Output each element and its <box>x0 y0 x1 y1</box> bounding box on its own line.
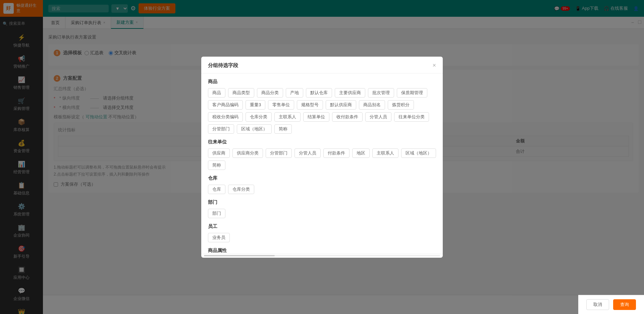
field-selection-modal: 分组待选字段 × 商品商品商品类型商品分类产地默认仓库主要供应商批次管理保质期管… <box>201 57 443 258</box>
group-title-department: 部门 <box>208 199 436 205</box>
group-title-product-attributes: 商品属性 <box>208 248 436 254</box>
field-tag-默认仓库[interactable]: 默认仓库 <box>306 88 332 98</box>
group-title-employee: 员工 <box>208 224 436 230</box>
field-tag-税收分类编码[interactable]: 税收分类编码 <box>208 112 243 122</box>
field-tags-warehouse: 仓库仓库分类 <box>208 185 436 194</box>
field-tag-商品[interactable]: 商品 <box>208 88 225 98</box>
field-tag-主联系人[interactable]: 主联系人 <box>274 112 301 122</box>
field-tags-partners: 供应商供应商分类分管部门分管人员付款条件地区主联系人区域（地区）简称 <box>208 148 436 170</box>
field-tag-保质期管理[interactable]: 保质期管理 <box>397 88 427 98</box>
field-tags-employee: 业务员 <box>208 233 436 242</box>
field-tag-结算单位[interactable]: 结算单位 <box>303 112 329 122</box>
field-tag-主联系人[interactable]: 主联系人 <box>372 148 398 158</box>
field-tag-零售单位[interactable]: 零售单位 <box>268 100 294 110</box>
field-tag-部门[interactable]: 部门 <box>208 209 225 218</box>
field-tag-默认供应商[interactable]: 默认供应商 <box>326 100 356 110</box>
field-tag-业务员[interactable]: 业务员 <box>208 233 230 242</box>
field-tag-供应商分类[interactable]: 供应商分类 <box>232 148 263 158</box>
field-tag-主要供应商[interactable]: 主要供应商 <box>335 88 365 98</box>
field-tag-重量3[interactable]: 重量3 <box>246 100 265 110</box>
field-tag-区域（地区）[interactable]: 区域（地区） <box>401 148 436 158</box>
field-tag-往来单位分类[interactable]: 往来单位分类 <box>394 112 429 122</box>
group-title-goods: 商品 <box>208 79 436 85</box>
field-tags-department: 部门 <box>208 209 436 218</box>
field-tag-商品别名[interactable]: 商品别名 <box>359 100 385 110</box>
field-tag-区域（地区）[interactable]: 区域（地区） <box>237 124 272 134</box>
modal-header: 分组待选字段 × <box>201 57 443 73</box>
field-tag-简称[interactable]: 简称 <box>208 161 225 170</box>
modal-close-btn[interactable]: × <box>432 62 436 69</box>
field-tag-炼货积分[interactable]: 炼货积分 <box>388 100 414 110</box>
field-tag-地区[interactable]: 地区 <box>352 148 370 158</box>
field-tag-收付款条件[interactable]: 收付款条件 <box>332 112 363 122</box>
field-tag-商品分类[interactable]: 商品分类 <box>257 88 283 98</box>
field-tag-分管部门[interactable]: 分管部门 <box>266 148 292 158</box>
bottom-action-bar: 取消 查询 <box>578 295 644 314</box>
field-tag-供应商[interactable]: 供应商 <box>208 148 230 158</box>
field-tag-仓库[interactable]: 仓库 <box>208 185 225 194</box>
field-tag-分管人员[interactable]: 分管人员 <box>294 148 321 158</box>
modal-title: 分组待选字段 <box>208 62 238 69</box>
field-tag-分管人员[interactable]: 分管人员 <box>365 112 391 122</box>
bottom-confirm-btn[interactable]: 查询 <box>613 299 636 310</box>
group-title-partners: 往来单位 <box>208 139 436 145</box>
field-tags-goods: 商品商品类型商品分类产地默认仓库主要供应商批次管理保质期管理客户商品编码重量3零… <box>208 88 436 134</box>
field-tag-产地[interactable]: 产地 <box>286 88 303 98</box>
modal-overlay: 分组待选字段 × 商品商品商品类型商品分类产地默认仓库主要供应商批次管理保质期管… <box>0 0 644 314</box>
field-tag-客户商品编码[interactable]: 客户商品编码 <box>208 100 243 110</box>
field-tag-规格型号[interactable]: 规格型号 <box>297 100 323 110</box>
group-title-warehouse: 仓库 <box>208 175 436 181</box>
bottom-cancel-btn[interactable]: 取消 <box>586 299 609 310</box>
field-tag-分管部门[interactable]: 分管部门 <box>208 124 234 134</box>
modal-body: 商品商品商品类型商品分类产地默认仓库主要供应商批次管理保质期管理客户商品编码重量… <box>201 73 443 254</box>
field-tag-批次管理[interactable]: 批次管理 <box>368 88 394 98</box>
field-tag-仓库分类[interactable]: 仓库分类 <box>228 185 254 194</box>
field-tag-简称[interactable]: 简称 <box>274 124 292 134</box>
modal-scroll-bottom <box>201 254 443 258</box>
field-tag-仓库分类[interactable]: 仓库分类 <box>246 112 272 122</box>
field-tag-商品类型[interactable]: 商品类型 <box>228 88 254 98</box>
field-tag-付款条件[interactable]: 付款条件 <box>323 148 350 158</box>
